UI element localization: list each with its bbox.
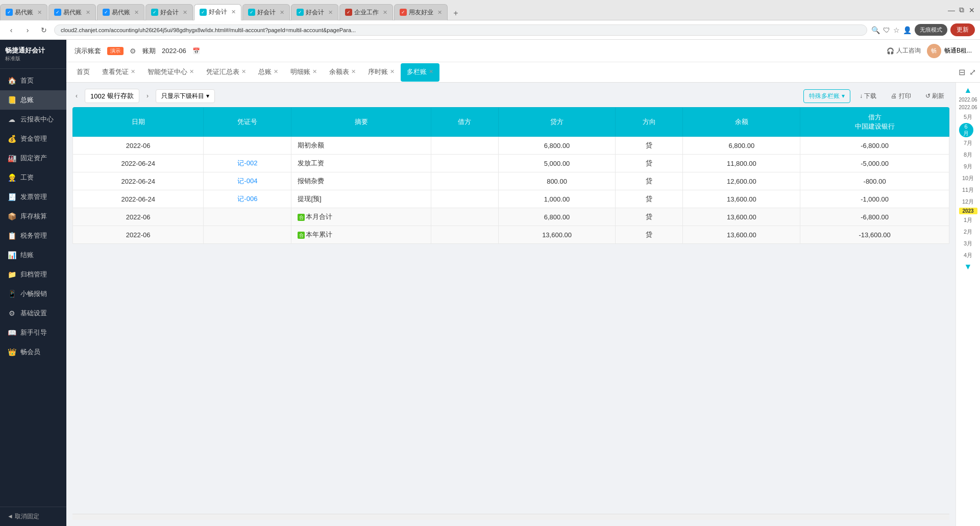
timeline-up-btn[interactable]: ▲ xyxy=(963,85,973,96)
sidebar-item-云报表中心[interactable]: ☁云报表中心 xyxy=(0,110,66,129)
page-tab-智能凭证中心[interactable]: 智能凭证中心✕ xyxy=(141,63,200,82)
download-btn[interactable]: ↓ 下载 xyxy=(854,90,881,103)
tab-close-0[interactable]: ✕ xyxy=(37,9,42,16)
tab-close-1[interactable]: ✕ xyxy=(86,9,90,16)
calendar-icon[interactable]: 📅 xyxy=(192,47,200,55)
tab-close-2[interactable]: ✕ xyxy=(134,9,139,16)
star-icon[interactable]: ☆ xyxy=(893,26,900,34)
page-tab-close-4[interactable]: ✕ xyxy=(274,68,278,75)
page-tab-close-5[interactable]: ✕ xyxy=(312,68,317,75)
timeline-month-12月[interactable]: 12月 xyxy=(959,196,977,208)
sidebar-item-基础设置[interactable]: ⚙基础设置 xyxy=(0,304,66,323)
page-tab-close-7[interactable]: ✕ xyxy=(390,68,395,75)
browser-tab-3[interactable]: ✓好会计✕ xyxy=(145,4,193,20)
account-selector[interactable]: 1002 银行存款 xyxy=(85,89,139,103)
timeline-month-1月[interactable]: 1月 xyxy=(959,214,977,226)
page-tab-查看凭证[interactable]: 查看凭证✕ xyxy=(96,63,141,82)
restore-window-btn[interactable]: ⧉ xyxy=(958,6,966,14)
voucher-link-2[interactable]: 记-004 xyxy=(237,177,257,185)
back-btn[interactable]: ‹ xyxy=(5,24,17,36)
tab-close-3[interactable]: ✕ xyxy=(183,9,187,16)
cell-voucher-2[interactable]: 记-004 xyxy=(204,172,291,190)
refresh-btn[interactable]: ↻ xyxy=(38,24,50,36)
sidebar-item-新手引导[interactable]: 📖新手引导 xyxy=(0,323,66,342)
timeline-month-8月[interactable]: 8月 xyxy=(959,149,977,161)
browser-tab-5[interactable]: ✓好会计✕ xyxy=(242,4,290,20)
browser-tab-1[interactable]: ✓易代账✕ xyxy=(48,4,96,20)
page-tab-余额表[interactable]: 余额表✕ xyxy=(323,63,362,82)
print-btn[interactable]: 🖨 打印 xyxy=(886,90,916,103)
sidebar-item-工资[interactable]: 👷工资 xyxy=(0,168,66,187)
browser-tab-7[interactable]: ✓企业工作✕ xyxy=(339,4,393,20)
sidebar-item-结账[interactable]: 📊结账 xyxy=(0,245,66,265)
page-tab-close-2[interactable]: ✕ xyxy=(189,68,194,75)
prev-account-btn[interactable]: ‹ xyxy=(72,91,81,101)
sidebar-item-税务管理[interactable]: 📋税务管理 xyxy=(0,226,66,245)
browser-tab-6[interactable]: ✓好会计✕ xyxy=(291,4,338,20)
voucher-link-3[interactable]: 记-006 xyxy=(237,195,257,203)
minimize-panel-btn[interactable]: ⊟ xyxy=(959,67,965,77)
timeline-month-3月[interactable]: 3月 xyxy=(959,238,977,249)
timeline-month-6月[interactable]: 6月 xyxy=(959,123,973,137)
page-tab-明细账[interactable]: 明细账✕ xyxy=(284,63,323,82)
page-tab-序时账[interactable]: 序时账✕ xyxy=(362,63,401,82)
page-tab-凭证汇总表[interactable]: 凭证汇总表✕ xyxy=(200,63,252,82)
close-window-btn[interactable]: ✕ xyxy=(968,6,976,14)
consult-btn[interactable]: 🎧 人工咨询 xyxy=(887,46,921,55)
minimize-window-btn[interactable]: — xyxy=(947,6,955,14)
tab-close-7[interactable]: ✕ xyxy=(383,9,387,16)
sidebar-item-畅会员[interactable]: 👑畅会员 xyxy=(0,342,66,362)
shield-icon[interactable]: 🛡 xyxy=(883,26,890,34)
refresh-data-btn[interactable]: ↺ 刷新 xyxy=(920,90,949,103)
page-tab-总账[interactable]: 总账✕ xyxy=(252,63,284,82)
tab-close-4[interactable]: ✕ xyxy=(231,9,236,15)
settings-icon[interactable]: ⚙ xyxy=(130,47,136,55)
timeline-month-7月[interactable]: 7月 xyxy=(959,137,977,149)
no-trace-btn[interactable]: 无痕模式 xyxy=(915,24,947,36)
browser-tab-0[interactable]: ✓易代账✕ xyxy=(0,4,47,20)
search-icon[interactable]: 🔍 xyxy=(871,26,880,34)
page-tab-首页[interactable]: 首页 xyxy=(70,63,96,82)
sidebar-item-归档管理[interactable]: 📁归档管理 xyxy=(0,265,66,284)
multi-col-btn[interactable]: 特殊多栏账 ▾ xyxy=(803,89,850,103)
next-account-btn[interactable]: › xyxy=(143,91,152,101)
url-input[interactable]: cloud2.chanjet.com/accounting/uh26t264j5… xyxy=(54,24,867,36)
page-tab-close-6[interactable]: ✕ xyxy=(351,68,356,75)
add-tab-btn[interactable]: + xyxy=(449,6,463,20)
sidebar-item-资金管理[interactable]: 💰资金管理 xyxy=(0,129,66,148)
sidebar-item-首页[interactable]: 🏠首页 xyxy=(0,71,66,90)
profile-icon[interactable]: 👤 xyxy=(903,26,912,34)
tab-close-6[interactable]: ✕ xyxy=(328,9,333,16)
cell-voucher-3[interactable]: 记-006 xyxy=(204,190,291,208)
page-tab-close-8[interactable]: ✕ xyxy=(429,68,433,75)
sidebar-item-固定资产[interactable]: 🏭固定资产 xyxy=(0,148,66,168)
timeline-month-11月[interactable]: 11月 xyxy=(959,184,977,196)
timeline-down-btn[interactable]: ▼ xyxy=(963,261,973,272)
sidebar-unpin-btn[interactable]: ◄ 取消固定 xyxy=(0,507,66,526)
page-tab-多栏账[interactable]: 多栏账✕ xyxy=(401,63,439,82)
timeline-month-9月[interactable]: 9月 xyxy=(959,161,977,172)
timeline-month-5月[interactable]: 5月 xyxy=(959,111,977,123)
timeline-month-4月[interactable]: 4月 xyxy=(959,249,977,261)
horizontal-scrollbar[interactable] xyxy=(72,514,949,520)
sidebar-item-库存核算[interactable]: 📦库存核算 xyxy=(0,207,66,226)
cell-voucher-1[interactable]: 记-002 xyxy=(204,155,291,172)
timeline-month-10月[interactable]: 10月 xyxy=(959,172,977,184)
user-info[interactable]: 畅 畅通B租... xyxy=(927,44,972,58)
tab-close-5[interactable]: ✕ xyxy=(280,9,284,16)
browser-tab-8[interactable]: ✓用友好业✕ xyxy=(394,4,448,20)
forward-btn[interactable]: › xyxy=(21,24,34,36)
sidebar-item-总账[interactable]: 📒总账 xyxy=(0,90,66,110)
update-btn[interactable]: 更新 xyxy=(950,23,975,36)
filter-subcategory-btn[interactable]: 只显示下级科目 ▾ xyxy=(156,89,215,103)
page-tab-close-3[interactable]: ✕ xyxy=(241,68,246,75)
tab-close-8[interactable]: ✕ xyxy=(437,9,442,16)
sidebar-item-发票管理[interactable]: 🧾发票管理 xyxy=(0,187,66,207)
browser-tab-4[interactable]: ✓好会计✕ xyxy=(194,4,241,20)
browser-tab-2[interactable]: ✓易代账✕ xyxy=(97,4,144,20)
timeline-month-2月[interactable]: 2月 xyxy=(959,226,977,238)
timeline-month-2023[interactable]: 2023 xyxy=(959,208,977,214)
page-tab-close-1[interactable]: ✕ xyxy=(131,68,135,75)
sidebar-item-小畅报销[interactable]: 📱小畅报销 xyxy=(0,284,66,304)
voucher-link-1[interactable]: 记-002 xyxy=(237,159,257,167)
